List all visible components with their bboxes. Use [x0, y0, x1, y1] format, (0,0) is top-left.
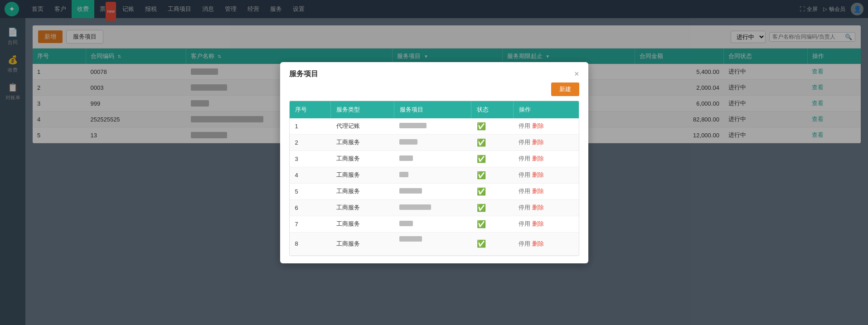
modal-header-row: 序号 服务类型 服务项目 状态 操作: [290, 101, 579, 118]
modal-cell-ops: 停用 删除: [513, 118, 578, 135]
modal-cell-item: ██████: [394, 199, 471, 216]
service-items-modal: 服务项目 × 新建 序号 服务类型 服务项目 状态 操作: [280, 62, 588, 263]
modal-cell-seq: 6: [290, 199, 331, 216]
stop-button[interactable]: 停用: [519, 171, 530, 179]
delete-button[interactable]: 删除: [532, 138, 544, 146]
modal-cell-status: ✅: [471, 118, 513, 135]
modal-cell-type: 工商服务: [331, 216, 394, 232]
modal-header: 服务项目 ×: [280, 62, 588, 82]
modal-cell-seq: 5: [290, 183, 331, 199]
modal-close-button[interactable]: ×: [574, 70, 579, 78]
stop-button[interactable]: 停用: [519, 155, 530, 163]
status-check-icon: ✅: [477, 139, 486, 146]
modal-cell-ops: 停用 删除: [513, 134, 578, 150]
modal-cell-seq: 3: [290, 150, 331, 167]
modal-cell-status: ✅: [471, 134, 513, 150]
modal-overlay: 服务项目 × 新建 序号 服务类型 服务项目 状态 操作: [0, 0, 868, 325]
modal-col-status: 状态: [471, 101, 513, 118]
list-item: 4 工商服务 ██ ✅ 停用 删除: [290, 167, 579, 183]
delete-button[interactable]: 删除: [532, 220, 544, 228]
new-service-button[interactable]: 新建: [551, 82, 579, 96]
list-item: 2 工商服务 ████ ✅ 停用 删除: [290, 134, 579, 150]
stop-button[interactable]: 停用: [519, 204, 530, 212]
delete-button[interactable]: 删除: [532, 155, 544, 163]
modal-col-type: 服务类型: [331, 101, 394, 118]
stop-button[interactable]: 停用: [519, 187, 530, 195]
modal-col-seq: 序号: [290, 101, 331, 118]
list-item: 5 工商服务 ████ ✅ 停用 删除: [290, 183, 579, 199]
modal-body: 新建 序号 服务类型 服务项目 状态 操作 1 代理记账: [280, 82, 588, 263]
modal-cell-ops: 停用 删除: [513, 167, 578, 183]
modal-cell-status: ✅: [471, 167, 513, 183]
modal-cell-seq: 4: [290, 167, 331, 183]
modal-cell-seq: 8: [290, 232, 331, 255]
modal-table-wrap: 序号 服务类型 服务项目 状态 操作 1 代理记账 ████1 ✅ 停用 删除 …: [289, 101, 579, 256]
modal-col-item: 服务项目: [394, 101, 471, 118]
modal-cell-type: 工商服务: [331, 167, 394, 183]
stop-button[interactable]: 停用: [519, 122, 530, 130]
modal-cell-status: ✅: [471, 216, 513, 232]
modal-cell-ops: 停用 删除: [513, 199, 578, 216]
modal-cell-status: ✅: [471, 232, 513, 255]
modal-cell-item: ████: [394, 183, 471, 199]
stop-button[interactable]: 停用: [519, 240, 530, 248]
modal-cell-ops: 停用 删除: [513, 150, 578, 167]
delete-button[interactable]: 删除: [532, 122, 544, 130]
modal-cell-seq: 7: [290, 216, 331, 232]
delete-button[interactable]: 删除: [532, 171, 544, 179]
modal-table: 序号 服务类型 服务项目 状态 操作 1 代理记账 ████1 ✅ 停用 删除 …: [290, 101, 579, 256]
modal-cell-ops: 停用 删除: [513, 232, 578, 255]
delete-button[interactable]: 删除: [532, 187, 544, 195]
modal-cell-seq: 2: [290, 134, 331, 150]
modal-cell-item: ███: [394, 150, 471, 167]
modal-toolbar: 新建: [289, 82, 579, 96]
modal-cell-type: 工商服务: [331, 150, 394, 167]
list-item: 3 工商服务 ███ ✅ 停用 删除: [290, 150, 579, 167]
status-check-icon: ✅: [477, 188, 486, 195]
modal-cell-item: ███: [394, 216, 471, 232]
list-item: 1 代理记账 ████1 ✅ 停用 删除: [290, 118, 579, 135]
modal-table-body: 1 代理记账 ████1 ✅ 停用 删除 2 工商服务 ████ ✅ 停用 删除…: [290, 118, 579, 256]
delete-button[interactable]: 删除: [532, 240, 544, 248]
stop-button[interactable]: 停用: [519, 138, 530, 146]
status-check-icon: ✅: [477, 204, 486, 212]
stop-button[interactable]: 停用: [519, 220, 530, 228]
status-check-icon: ✅: [477, 155, 486, 163]
modal-cell-item: ████注册: [394, 232, 471, 255]
modal-col-ops: 操作: [513, 101, 578, 118]
modal-cell-ops: 停用 删除: [513, 183, 578, 199]
modal-cell-item: ██: [394, 167, 471, 183]
status-check-icon: ✅: [477, 171, 486, 179]
modal-cell-item: ████: [394, 134, 471, 150]
list-item: 6 工商服务 ██████ ✅ 停用 删除: [290, 199, 579, 216]
list-item: 8 工商服务 ████注册 ✅ 停用 删除: [290, 232, 579, 255]
modal-cell-type: 工商服务: [331, 134, 394, 150]
modal-cell-status: ✅: [471, 183, 513, 199]
list-item: 7 工商服务 ███ ✅ 停用 删除: [290, 216, 579, 232]
modal-cell-seq: 1: [290, 118, 331, 135]
modal-cell-status: ✅: [471, 199, 513, 216]
modal-title: 服务项目: [289, 69, 318, 79]
status-check-icon: ✅: [477, 220, 486, 228]
modal-cell-type: 代理记账: [331, 118, 394, 135]
modal-cell-type: 工商服务: [331, 183, 394, 199]
modal-cell-ops: 停用 删除: [513, 216, 578, 232]
modal-cell-status: ✅: [471, 150, 513, 167]
status-check-icon: ✅: [477, 240, 486, 247]
modal-cell-type: 工商服务: [331, 199, 394, 216]
modal-cell-type: 工商服务: [331, 232, 394, 255]
delete-button[interactable]: 删除: [532, 204, 544, 212]
status-check-icon: ✅: [477, 122, 486, 130]
modal-cell-item: ████1: [394, 118, 471, 135]
